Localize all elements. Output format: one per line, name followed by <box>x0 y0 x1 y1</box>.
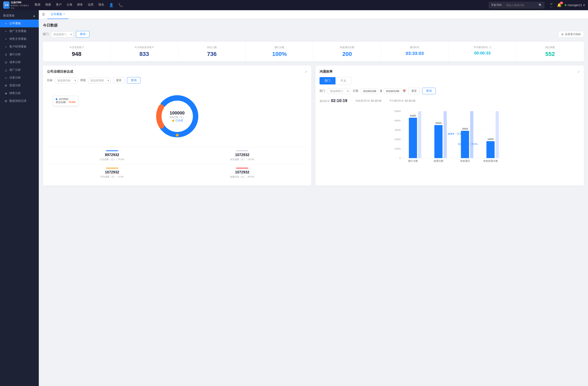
nav-operations[interactable]: 运营 <box>88 3 93 7</box>
sidebar-item-label: 销售主管看板 <box>9 37 26 41</box>
nav-customers[interactable]: 客户 <box>56 3 62 7</box>
comm-tab-personal[interactable]: 个人 <box>336 77 351 84</box>
sidebar-section-dashboard: 数据看板 ▲ ▪ 公司看板 ▪ 推广主管看板 ▪ 销售主管看板 ▪ 客户经理看板… <box>0 12 39 105</box>
goal-panel: 公司业绩目标达成 ⤢ 目标 请选择目标 周期 <box>43 65 311 186</box>
stat-label-7: 成交单数 <box>520 46 581 49</box>
sidebar-item-sales-board[interactable]: ▪ 销售主管看板 <box>0 35 39 43</box>
effective-label: 有效通话时长 <box>356 99 370 102</box>
settings-button[interactable]: ⚙ 设置显示指标 <box>558 31 584 38</box>
main-content: ☰ 公司看板 ✕ 今日数据 部门 请选择部门 <box>39 10 588 386</box>
bar-dial-main <box>409 118 417 158</box>
svg-text:接通率：70.9%: 接通率：70.9% <box>448 133 463 135</box>
comm-expand-icon[interactable]: ⤢ <box>577 70 580 74</box>
notification-icon[interactable]: 🔔 5 <box>557 3 562 7</box>
sidebar-item-channel[interactable]: ⊕ 渠道分析 <box>0 82 39 89</box>
sidebar-item-visitor[interactable]: ☺ 访客分析 <box>0 74 39 82</box>
goal-expand-icon[interactable]: ⤢ <box>305 70 307 74</box>
search-input[interactable] <box>504 2 537 8</box>
svg-text:有效接通次数: 有效接通次数 <box>483 159 498 162</box>
funnel-icon: ⧖ <box>4 53 8 56</box>
comm-dept-select[interactable]: 请选择部门 <box>328 88 350 94</box>
sidebar-item-promotion-board[interactable]: ▪ 推广主管看板 <box>0 27 39 35</box>
date-to[interactable]: 2018/01/08 <box>384 88 401 94</box>
comm-reset-button[interactable]: 重置 <box>408 88 420 94</box>
sidebar-item-company-board[interactable]: ▪ 公司看板 <box>0 19 39 27</box>
comm-tab-dept[interactable]: 部门 <box>319 77 336 84</box>
goal-reset-button[interactable]: 重置 <box>113 77 125 84</box>
search-type[interactable]: 手机号码 <box>489 2 504 8</box>
sidebar-group-header[interactable]: 数据看板 ▲ <box>0 12 39 19</box>
comm-panel-title: 沟通效率 <box>319 70 333 74</box>
donut-chart-area: 1072932 所占比例： 70.9% <box>47 88 307 145</box>
stat-label-0: 今日首咨客户 <box>46 46 107 49</box>
sidebar-item-customer-board[interactable]: ▪ 客户经理看板 <box>0 43 39 51</box>
device-icon[interactable]: 📱 <box>549 3 554 7</box>
stat-value-5: 03:33:03 <box>384 51 445 56</box>
customer-board-icon: ▪ <box>4 45 8 48</box>
sidebar-item-label: 客户经理看板 <box>9 45 26 49</box>
donut-container: 100000 目标总量（元） 👍 已达成 <box>153 92 202 141</box>
goal-period-select[interactable]: 请选择周期 <box>88 77 111 83</box>
duration-label: 通话时长 <box>319 99 330 103</box>
goal-target-select[interactable]: 请选择目标 <box>55 77 78 83</box>
today-section: 今日数据 部门 请选择部门 查询 ⚙ 设置显示指标 <box>43 23 584 61</box>
sidebar-collapse-icon[interactable]: ▲ <box>33 14 36 17</box>
bar-valid-connect-main <box>486 141 495 158</box>
goal-stat-label-uncompleted: 未完成量（元）｜20.9% <box>181 158 304 161</box>
donut-center: 100000 目标总量（元） 👍 已达成 <box>169 110 185 122</box>
sidebar-item-data-flow[interactable]: ⊞ 数据流转记录 <box>0 97 39 105</box>
sidebar-item-label: 访客分析 <box>9 76 21 79</box>
comm-panel-header: 沟通效率 ⤢ <box>319 70 580 74</box>
duration-value: 02:10:19 <box>331 98 347 103</box>
menu-toggle-icon[interactable]: ☰ <box>42 12 45 16</box>
sidebar-item-label: 数据流转记录 <box>9 99 26 103</box>
stat-value-0: 948 <box>46 51 107 57</box>
sidebar-item-promotion-analysis[interactable]: △ 推广分析 <box>0 66 39 74</box>
user-info[interactable]: manager11 ▾ <box>565 3 585 7</box>
tooltip-percent: 70.9% <box>69 101 76 104</box>
phone-icon[interactable]: 📞 <box>118 3 123 7</box>
channel-icon: ⊕ <box>4 84 8 87</box>
comm-tabs: 部门 个人 <box>319 77 580 84</box>
tooltip-dot <box>56 98 57 100</box>
tab-company-board[interactable]: 公司看板 ✕ <box>47 10 68 19</box>
svg-text:10000: 10000 <box>395 148 401 150</box>
nav-public[interactable]: 公海 <box>66 3 72 7</box>
cost-icon: ◎ <box>4 61 8 64</box>
bar-valid-connect-ghost <box>496 111 499 158</box>
dept-select-wrapper: 请选择部门 <box>51 31 74 37</box>
today-query-button[interactable]: 查询 <box>76 31 89 38</box>
tooltip-label: 所占比例： <box>56 101 68 104</box>
date-from[interactable]: 2018/01/08 <box>361 88 378 94</box>
dept-select[interactable]: 请选择部门 <box>51 31 74 37</box>
stat-value-6: 00:00:33 <box>452 51 513 56</box>
tab-close-icon[interactable]: ✕ <box>63 13 65 16</box>
bar-chart-area: 50000 40000 30000 20000 10000 0 43000 <box>319 107 580 164</box>
tab-label: 公司看板 <box>51 12 62 16</box>
comm-query-button[interactable]: 查询 <box>422 88 436 94</box>
sidebar-item-funnel[interactable]: ⧖ 漏斗分析 <box>0 51 39 58</box>
sidebar-item-label: 渠道分析 <box>9 84 21 87</box>
nav-signup[interactable]: 报名 <box>98 3 104 7</box>
svg-text:29000: 29000 <box>462 128 468 130</box>
calendar-icon[interactable]: 📅 <box>403 90 406 93</box>
goal-query-button[interactable]: 查询 <box>127 77 141 84</box>
nav-finance[interactable]: 财务 <box>77 3 83 7</box>
comm-dept-label: 部门 <box>319 89 325 93</box>
stat-value-2: 736 <box>182 51 242 57</box>
time-stat-duration: 通话时长 02:10:19 <box>319 98 347 103</box>
visitor-icon: ☺ <box>4 76 8 79</box>
sidebar-item-sales-analysis[interactable]: ◈ 销售分析 <box>0 89 39 97</box>
nav-data[interactable]: 数据 <box>35 3 41 7</box>
person-icon[interactable]: 👤 <box>109 3 113 7</box>
user-dropdown-icon[interactable]: ▾ <box>583 3 585 7</box>
stat-dial-count: 拨打次数 100% <box>246 42 314 61</box>
stat-value-4: 200 <box>317 51 378 57</box>
svg-text:30000: 30000 <box>395 129 401 131</box>
stat-revisit: 回访人数 736 <box>178 42 246 61</box>
top-navigation: 云朵 云朵CRM 教育机构一站式服务云平台 数据 线索 客户 公海 财务 运营 … <box>0 0 588 10</box>
sidebar-item-cost[interactable]: ◎ 成本分析 <box>0 58 39 66</box>
search-button[interactable]: 🔍 <box>537 2 544 8</box>
goal-stat-label-over: 超额完成（元）｜89.9% <box>181 175 304 178</box>
nav-leads[interactable]: 线索 <box>45 3 51 7</box>
